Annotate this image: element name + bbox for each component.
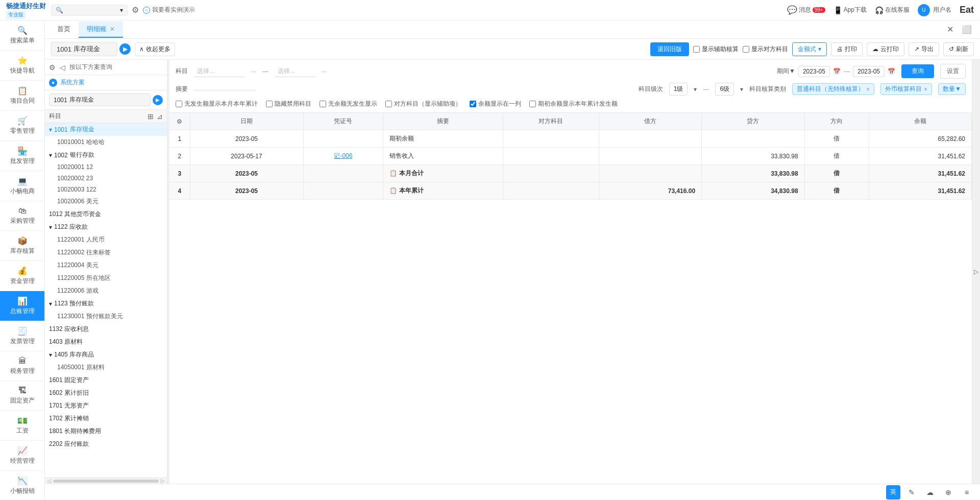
tree-expand-icon[interactable]: ⊿ [157, 112, 163, 121]
msg-btn[interactable]: 💬 消息 99+ [787, 5, 825, 15]
left-account-box[interactable]: 1001 库存现金 [49, 93, 151, 106]
tree-item-2202[interactable]: 2202 应付账款 [45, 438, 167, 450]
top-search-box[interactable]: 🔍 ▾ [51, 5, 128, 16]
search-dropdown-icon[interactable]: ▾ [120, 7, 123, 14]
tree-item-1123[interactable]: ▾ 1123 预付账款 [45, 297, 167, 310]
filter-level-start[interactable]: 1级 [669, 83, 688, 96]
user-area[interactable]: U 用户名 [918, 4, 951, 16]
tree-item-1405[interactable]: ▾ 1405 库存商品 [45, 348, 167, 361]
tab-close-all[interactable]: ✕ [943, 22, 958, 36]
tree-item-10020002[interactable]: 10020002 23 [45, 173, 167, 184]
cloud-icon-btn[interactable]: ☁ [923, 485, 937, 499]
tree-item-1012[interactable]: 1012 其他货币资金 [45, 208, 167, 221]
sidebar-item-fixed-assets[interactable]: 🏗 固定资产 [0, 381, 44, 411]
tree-item-1601[interactable]: 1601 固定资产 [45, 374, 167, 387]
voucher-link-2[interactable]: 记-006 [334, 152, 352, 159]
tab-home[interactable]: 首页 [49, 21, 79, 38]
tree-item-10020003[interactable]: 10020003 122 [45, 184, 167, 195]
settings-btn[interactable]: ⚙ [128, 3, 143, 17]
filter-tag-3[interactable]: 数量▼ [938, 83, 966, 95]
sidebar-item-search[interactable]: 🔍 搜索菜单 [0, 20, 44, 51]
sidebar-item-salary[interactable]: 💵 工资 [0, 411, 44, 441]
tree-item-11220001[interactable]: 11220001 人民币 [45, 233, 167, 246]
demo-link[interactable]: ○ 我要看实例演示 [143, 6, 195, 14]
scroll-right-btn[interactable]: ▷ [161, 478, 165, 484]
tree-item-14050001[interactable]: 14050001 原材料 [45, 361, 167, 374]
sidebar-item-capital[interactable]: 💰 资金管理 [0, 261, 44, 291]
app-download-btn[interactable]: 📱 App下载 [834, 6, 867, 14]
tree-item-10020001[interactable]: 10020001 12 [45, 161, 167, 173]
sidebar-item-operations[interactable]: 📈 经营管理 [0, 441, 44, 471]
cb-no-balance-input[interactable] [320, 101, 326, 107]
tree-item-10020006[interactable]: 10020006 美元 [45, 195, 167, 208]
scrollbar-thumb[interactable] [53, 480, 159, 483]
tree-item-11220002[interactable]: 11220002 往来标签 [45, 246, 167, 259]
sidebar-item-project[interactable]: 📋 项目合同 [0, 81, 44, 111]
account-selector-box[interactable]: 1001 库存现金 [51, 42, 117, 56]
sidebar-item-quick-nav[interactable]: ⭐ 快捷导航 [0, 51, 44, 81]
tree-item-1403[interactable]: 1403 原材料 [45, 336, 167, 348]
tree-item-11220005[interactable]: 11220005 所在地区 [45, 272, 167, 284]
menu-icon-btn[interactable]: ≡ [960, 485, 974, 499]
filter-level-end[interactable]: 6级 [715, 83, 734, 96]
filter-level-end-arrow[interactable]: ▾ [740, 86, 743, 93]
filter-summary-input[interactable] [194, 88, 255, 90]
settings-filter-btn[interactable]: 设置 [940, 64, 966, 79]
filter-period-calendar-icon1[interactable]: 📅 [833, 68, 841, 75]
sidebar-item-sales-report[interactable]: 📉 小畅报销 [0, 471, 44, 500]
sidebar-item-purchase[interactable]: 🛍 采购管理 [0, 201, 44, 231]
cb-contra-input[interactable] [385, 101, 392, 107]
tree-item-1702[interactable]: 1702 累计摊销 [45, 412, 167, 425]
filter-period-start[interactable]: 2023-05 [798, 66, 830, 77]
tree-item-1602[interactable]: 1602 累计折旧 [45, 387, 167, 399]
export-btn[interactable]: ↗ 导出 [909, 42, 939, 56]
query-btn[interactable]: 查询 [901, 64, 934, 78]
tree-item-10010001[interactable]: 10010001 哈哈哈 [45, 136, 167, 149]
edit-icon-btn[interactable]: ✎ [904, 485, 919, 499]
right-collapse-btn[interactable]: ▷ [972, 60, 980, 484]
query-scheme-item[interactable]: ● 系统方案 [45, 75, 167, 90]
cloud-print-btn[interactable]: ☁ 云打印 [867, 42, 904, 56]
sidebar-item-invoice[interactable]: 🧾 发票管理 [0, 321, 44, 351]
table-settings-icon[interactable]: ⚙ [177, 118, 182, 125]
sidebar-item-wholesale[interactable]: 🏪 批发管理 [0, 141, 44, 171]
more-btn[interactable]: ∧ 收起更多 [135, 42, 175, 56]
filter-level-arrow[interactable]: ▾ [694, 86, 697, 93]
show-contra-checkbox[interactable] [743, 46, 749, 53]
cb-balance-col-input[interactable] [470, 101, 476, 107]
tree-grid-icon[interactable]: ⊞ [148, 112, 154, 121]
lang-btn[interactable]: 英 [886, 485, 900, 499]
back-old-btn[interactable]: 退回旧版 [650, 42, 689, 56]
print-btn[interactable]: 🖨 打印 [831, 42, 863, 56]
amount-format-btn[interactable]: 金额式 ▾ [792, 42, 827, 56]
tree-item-11220006[interactable]: 11220006 游戏 [45, 284, 167, 297]
tab-detail-close[interactable]: ✕ [110, 26, 115, 33]
add-icon-btn[interactable]: ⊕ [941, 485, 955, 499]
filter-period-calendar-icon2[interactable]: 📅 [888, 68, 895, 75]
sidebar-item-general-ledger[interactable]: 📊 总账管理 [0, 291, 44, 321]
tree-item-1132[interactable]: 1132 应收利息 [45, 323, 167, 336]
left-account-arrow[interactable]: ▶ [153, 95, 163, 105]
sidebar-item-ecommerce[interactable]: 💻 小畅电商 [0, 171, 44, 201]
tab-detail[interactable]: 明细账 ✕ [79, 21, 123, 38]
cb-opening-input[interactable] [529, 101, 536, 107]
cb-no-amount-input[interactable] [176, 101, 182, 107]
sidebar-item-retail[interactable]: 🛒 零售管理 [0, 111, 44, 141]
td-voucher-2[interactable]: 记-006 [303, 148, 383, 165]
sidebar-item-tax[interactable]: 🏛 税务管理 [0, 351, 44, 381]
tree-item-1122[interactable]: ▾ 1122 应收款 [45, 221, 167, 233]
tree-item-1701[interactable]: 1701 无形资产 [45, 399, 167, 412]
account-selector-arrow[interactable]: ▶ [119, 43, 131, 55]
filter-period-end[interactable]: 2023-05 [853, 66, 885, 77]
show-aux-checkbox[interactable] [693, 46, 700, 53]
scroll-left-btn[interactable]: ◁ [47, 478, 51, 484]
tab-maximize[interactable]: ⬜ [958, 22, 976, 36]
tree-item-11230001[interactable]: 11230001 预付账款美元 [45, 310, 167, 323]
cb-hide-disabled-input[interactable] [266, 101, 273, 107]
online-service-btn[interactable]: 🎧 在线客服 [875, 6, 910, 14]
collapse-left-icon[interactable]: ◁ [60, 63, 65, 72]
tree-item-1001[interactable]: ▾ 1001 库存现金 [45, 123, 167, 136]
query-scheme-settings-icon[interactable]: ⚙ [49, 63, 56, 72]
filter-tag-2-close[interactable]: × [924, 86, 927, 93]
left-panel-scrollbar-h[interactable]: ◁ ▷ [45, 478, 167, 484]
